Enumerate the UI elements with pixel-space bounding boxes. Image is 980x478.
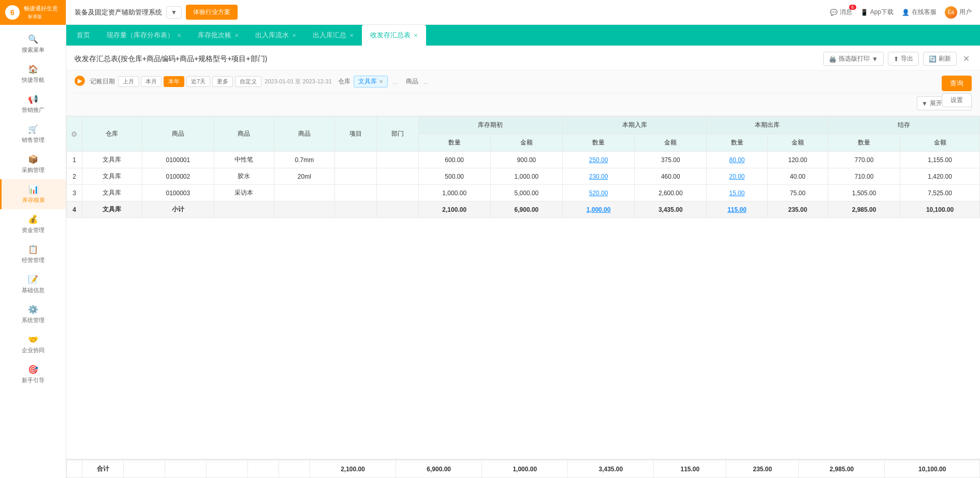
sidebar-item-system[interactable]: ⚙️ 系统管理 bbox=[0, 299, 66, 329]
header-left: 装备及固定资产辅助管理系统 ▼ 体验行业方案 bbox=[75, 5, 238, 20]
sidebar-label-purchase: 采购管理 bbox=[22, 166, 45, 174]
sidebar-item-capital[interactable]: 💰 资金管理 bbox=[0, 209, 66, 239]
online-service-label: 在线客服 bbox=[912, 8, 937, 17]
tab-receive-summary-close[interactable]: ✕ bbox=[414, 33, 418, 38]
table-row: 3 文具库 0100003 采访本 1,000.00 5,000.00 520.… bbox=[67, 185, 980, 201]
sidebar-item-sales[interactable]: 🛒 销售管理 bbox=[0, 119, 66, 149]
goods-filter-group: 商品 ... bbox=[406, 77, 430, 86]
column-settings-icon[interactable]: ⚙ bbox=[71, 130, 78, 138]
tab-home-label: 首页 bbox=[77, 31, 90, 40]
subtotal-opening-qty: 2,100.00 bbox=[418, 201, 490, 218]
row2-out-qty[interactable]: 20.00 bbox=[707, 168, 767, 185]
row1-department bbox=[376, 152, 418, 168]
date-btn-custom[interactable]: 自定义 bbox=[235, 76, 261, 87]
subtotal-in-qty[interactable]: 1,000.00 bbox=[562, 201, 634, 218]
sidebar-label-inventory: 库存核算 bbox=[22, 196, 45, 204]
date-btn-more[interactable]: 更多 bbox=[212, 76, 233, 87]
row3-num: 3 bbox=[67, 185, 82, 201]
refresh-button[interactable]: 🔄 刷新 bbox=[923, 52, 957, 66]
col-balance-qty: 数量 bbox=[828, 134, 900, 152]
sidebar-item-marketing[interactable]: 📢 营销推广 bbox=[0, 89, 66, 119]
date-btn-this-month[interactable]: 本月 bbox=[141, 76, 162, 87]
inventory-icon: 📊 bbox=[28, 184, 39, 194]
table-row: 1 文具库 0100001 中性笔 0.7mm 600.00 900.00 25… bbox=[67, 152, 980, 168]
row1-project bbox=[334, 152, 376, 168]
sidebar-item-search[interactable]: 🔍 搜索菜单 bbox=[0, 29, 66, 59]
row2-num: 2 bbox=[67, 168, 82, 185]
user-menu[interactable]: Ea 用户 bbox=[945, 6, 972, 19]
col-opening-group: 库存期初 bbox=[418, 117, 562, 134]
row3-goods-name: 采访本 bbox=[214, 185, 274, 201]
row1-in-qty[interactable]: 250.00 bbox=[562, 152, 634, 168]
guide-icon: 🎯 bbox=[28, 365, 38, 374]
sidebar-label-enterprise: 企业协同 bbox=[22, 346, 45, 354]
row3-in-amount: 2,600.00 bbox=[635, 185, 707, 201]
row2-balance-qty: 710.00 bbox=[828, 168, 900, 185]
message-button[interactable]: 💬 消息 6 bbox=[830, 8, 852, 17]
row2-in-qty[interactable]: 230.00 bbox=[562, 168, 634, 185]
tab-inout-flow-close[interactable]: ✕ bbox=[292, 33, 296, 38]
subtotal-balance-amount: 10,100.00 bbox=[900, 201, 980, 218]
user-label: 用户 bbox=[959, 8, 972, 17]
tab-batch[interactable]: 库存批次账 ✕ bbox=[189, 25, 247, 46]
row1-out-qty[interactable]: 80.00 bbox=[707, 152, 767, 168]
row2-goods-code: 0100002 bbox=[142, 168, 214, 185]
tab-home[interactable]: 首页 bbox=[68, 25, 98, 46]
search-icon: 🔍 bbox=[28, 34, 38, 44]
col-settings: ⚙ bbox=[67, 117, 82, 152]
subtotal-row: 4 文具库 小计 2,100.00 6,900.00 1,000.00 3,43… bbox=[67, 201, 980, 218]
online-service-button[interactable]: 👤 在线客服 bbox=[902, 8, 937, 17]
sidebar-item-enterprise[interactable]: 🤝 企业协同 bbox=[0, 329, 66, 359]
tab-receive-summary[interactable]: 收发存汇总表 ✕ bbox=[362, 25, 426, 46]
row3-in-qty[interactable]: 520.00 bbox=[562, 185, 634, 201]
logo-area: 6 畅捷通好生意 标准版 bbox=[0, 0, 66, 25]
logo-icon: 6 bbox=[5, 5, 20, 20]
subtotal-out-qty[interactable]: 115.00 bbox=[707, 201, 767, 218]
date-btn-7days[interactable]: 近7天 bbox=[186, 76, 210, 87]
experience-button[interactable]: 体验行业方案 bbox=[186, 5, 238, 20]
row1-balance-amount: 1,155.00 bbox=[900, 152, 980, 168]
sidebar-label-system: 系统管理 bbox=[22, 316, 45, 324]
header-right: 💬 消息 6 📱 App下载 👤 在线客服 Ea 用户 bbox=[830, 6, 972, 19]
goods-more-btn[interactable]: ... bbox=[421, 78, 430, 86]
filter-toggle-button[interactable]: ▶ bbox=[75, 76, 85, 86]
tab-receive-summary-label: 收发存汇总表 bbox=[370, 31, 411, 40]
row3-out-qty[interactable]: 15.00 bbox=[707, 185, 767, 201]
subtotal-balance-qty: 2,985.00 bbox=[828, 201, 900, 218]
warehouse-more-btn[interactable]: ... bbox=[391, 78, 400, 86]
print-label: 拣选版打印 bbox=[839, 54, 870, 63]
tab-inout-summary-close[interactable]: ✕ bbox=[349, 33, 354, 38]
sidebar-item-operation[interactable]: 📋 经营管理 bbox=[0, 239, 66, 269]
warehouse-tag[interactable]: 文具库 ✕ bbox=[354, 76, 388, 88]
row3-opening-qty: 1,000.00 bbox=[418, 185, 490, 201]
sidebar-item-purchase[interactable]: 📦 采购管理 bbox=[0, 149, 66, 179]
sidebar-item-inventory[interactable]: 📊 库存核算 bbox=[0, 179, 66, 209]
tab-batch-close[interactable]: ✕ bbox=[235, 33, 239, 38]
sidebar-item-basic-info[interactable]: 📝 基础信息 bbox=[0, 269, 66, 299]
tab-stock-dist-close[interactable]: ✕ bbox=[177, 33, 181, 38]
tab-stock-dist[interactable]: 现存量（库存分布表） ✕ bbox=[98, 25, 189, 46]
tab-inout-flow[interactable]: 出入库流水 ✕ bbox=[247, 25, 304, 46]
date-btn-this-year[interactable]: 本年 bbox=[164, 76, 184, 87]
date-btn-last-month[interactable]: 上月 bbox=[118, 76, 139, 87]
col-in-group: 本期入库 bbox=[562, 117, 706, 134]
warehouse-tag-close[interactable]: ✕ bbox=[379, 79, 383, 84]
print-button[interactable]: 🖨️ 拣选版打印 ▼ bbox=[823, 52, 884, 66]
close-page-button[interactable]: ✕ bbox=[961, 52, 972, 66]
system-select[interactable]: ▼ bbox=[166, 6, 182, 19]
app-download-button[interactable]: 📱 App下载 bbox=[860, 8, 894, 17]
query-button[interactable]: 查询 bbox=[942, 76, 972, 91]
filter-area: ▶ 记账日期 上月 本月 本年 近7天 更多 自定义 bbox=[66, 70, 980, 116]
filter-row: ▶ 记账日期 上月 本月 本年 近7天 更多 自定义 bbox=[75, 76, 972, 90]
export-button[interactable]: ⬆ 导出 bbox=[888, 52, 919, 66]
capital-icon: 💰 bbox=[28, 214, 38, 224]
sidebar-item-guide[interactable]: 🎯 新手引导 bbox=[0, 359, 66, 389]
tab-inout-summary[interactable]: 出入库汇总 ✕ bbox=[304, 25, 362, 46]
settings-button[interactable]: 设置 bbox=[942, 93, 972, 107]
enterprise-icon: 🤝 bbox=[28, 335, 38, 344]
refresh-label: 刷新 bbox=[939, 54, 951, 63]
page-header: 收发存汇总表(按仓库+商品编码+商品+规格型号+项目+部门) 🖨️ 拣选版打印 … bbox=[66, 46, 980, 70]
sidebar-item-quick-nav[interactable]: 🏠 快捷导航 bbox=[0, 59, 66, 89]
message-badge: 6 bbox=[849, 5, 856, 10]
col-opening-amount: 金额 bbox=[490, 134, 562, 152]
